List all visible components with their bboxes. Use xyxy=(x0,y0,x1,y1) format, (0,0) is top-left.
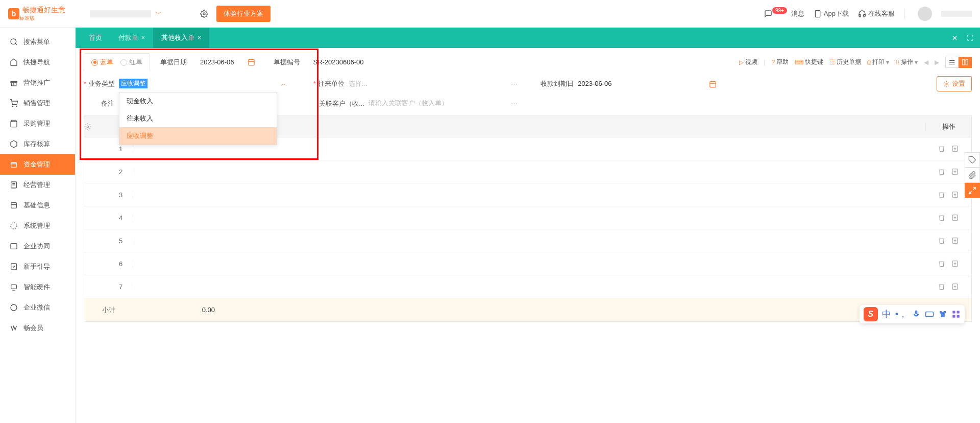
fullscreen-icon[interactable]: ⛶ xyxy=(965,33,975,43)
svg-rect-67 xyxy=(952,311,955,313)
dropdown-option-adjust[interactable]: 应收调整 xyxy=(119,127,277,145)
sidebar-item-member[interactable]: 畅会员 xyxy=(0,318,75,338)
table-row[interactable]: 3 xyxy=(84,183,971,206)
ime-mic-icon[interactable] xyxy=(912,310,921,319)
radio-red[interactable]: 红单 xyxy=(120,58,142,67)
sidebar: 搜索菜单 快捷导航 营销推广 销售管理 采购管理 库存核算 资金管理 经营管理 … xyxy=(0,28,76,423)
table-row[interactable]: 6 xyxy=(84,252,971,275)
toolbar-history[interactable]: ☰历史单据 xyxy=(829,58,861,66)
delete-icon[interactable] xyxy=(938,145,945,152)
attach-tool-icon[interactable] xyxy=(965,168,980,183)
right-tools xyxy=(965,152,980,198)
sidebar-item-system[interactable]: 系统管理 xyxy=(0,216,75,236)
toolbar-video[interactable]: ▷视频 xyxy=(739,58,757,66)
radio-blue[interactable]: 蓝单 xyxy=(91,58,113,67)
delete-icon[interactable] xyxy=(938,168,945,175)
sidebar-item-marketing[interactable]: 营销推广 xyxy=(0,73,75,93)
sidebar-item-funds[interactable]: 资金管理 xyxy=(0,154,75,175)
tab-other-income[interactable]: 其他收入单× xyxy=(153,28,209,48)
dropdown-option-ar[interactable]: 往来收入 xyxy=(119,110,277,127)
data-icon xyxy=(9,201,18,210)
delete-icon[interactable] xyxy=(938,191,945,198)
expand-tool-icon[interactable] xyxy=(965,183,980,198)
ime-keyboard-icon[interactable] xyxy=(925,310,934,319)
messages-link[interactable]: 99+ 消息 xyxy=(764,9,804,18)
tab-payment[interactable]: 付款单× xyxy=(110,28,153,48)
app-download-link[interactable]: App下载 xyxy=(814,9,849,18)
more-icon[interactable]: ⋯ xyxy=(511,100,518,107)
table-row[interactable]: 5 xyxy=(84,229,971,252)
delete-icon[interactable] xyxy=(938,260,945,267)
username[interactable] xyxy=(941,11,972,17)
tag-tool-icon[interactable] xyxy=(965,152,980,168)
view-card-button[interactable] xyxy=(959,57,972,68)
sidebar-item-wecom[interactable]: 企业微信 xyxy=(0,297,75,318)
dropdown-option-cash[interactable]: 现金收入 xyxy=(119,92,277,110)
add-icon[interactable] xyxy=(951,260,959,267)
doc-date-label: 单据日期 xyxy=(160,58,187,67)
toolbar-help[interactable]: ?帮助 xyxy=(771,58,789,66)
delete-icon[interactable] xyxy=(938,237,945,244)
toolbar-print[interactable]: ⎙打印▾ xyxy=(867,58,889,66)
ime-lang[interactable]: 中 xyxy=(882,308,891,320)
table-row[interactable]: 4 xyxy=(84,206,971,229)
ime-toolbar[interactable]: S 中 •， xyxy=(860,305,965,323)
close-icon[interactable]: × xyxy=(141,34,145,41)
svg-rect-31 xyxy=(963,59,965,65)
table-gear-icon[interactable] xyxy=(84,123,109,130)
doc-date-value[interactable]: 2023-06-06 xyxy=(200,58,234,66)
sidebar-item-purchase[interactable]: 采购管理 xyxy=(0,113,75,134)
more-icon[interactable]: ⋯ xyxy=(511,80,518,88)
search-icon xyxy=(9,37,18,46)
delete-icon[interactable] xyxy=(938,283,945,290)
table-row[interactable]: 7 xyxy=(84,275,971,298)
sidebar-item-hardware[interactable]: 智能硬件 xyxy=(0,277,75,297)
add-icon[interactable] xyxy=(951,191,959,198)
ime-punct-icon[interactable]: •， xyxy=(895,308,908,320)
view-list-button[interactable] xyxy=(945,57,959,68)
ime-skin-icon[interactable] xyxy=(938,310,947,319)
toolbar-shortcut[interactable]: ⌨快捷键 xyxy=(795,58,823,66)
sidebar-item-guide[interactable]: 新手引导 xyxy=(0,256,75,277)
biztype-dropdown-menu: 现金收入 往来收入 应收调整 xyxy=(119,92,277,145)
delete-icon[interactable] xyxy=(938,214,945,221)
sidebar-item-sales[interactable]: 销售管理 xyxy=(0,93,75,113)
next-icon[interactable]: ▶ xyxy=(935,59,939,66)
gear-icon[interactable] xyxy=(200,10,208,18)
sidebar-item-basic[interactable]: 基础信息 xyxy=(0,195,75,216)
add-icon[interactable] xyxy=(951,168,959,175)
add-icon[interactable] xyxy=(951,145,959,152)
table-row[interactable]: 2 xyxy=(84,160,971,183)
sidebar-item-operation[interactable]: 经营管理 xyxy=(0,175,75,195)
header-right: 99+ 消息 App下载 在线客服 xyxy=(764,7,972,21)
doc-no-value: SR-20230606-00 xyxy=(313,58,364,66)
sidebar-item-collab[interactable]: 企业协同 xyxy=(0,236,75,256)
online-service-link[interactable]: 在线客服 xyxy=(858,9,895,18)
calendar-icon[interactable] xyxy=(248,58,255,66)
relcust-input[interactable]: 请输入关联客户（收入单） xyxy=(369,97,511,110)
counterparty-label: *往来单位 xyxy=(313,79,345,88)
add-icon[interactable] xyxy=(951,237,959,244)
sidebar-item-quicknav[interactable]: 快捷导航 xyxy=(0,52,75,73)
counterparty-input[interactable]: 选择... xyxy=(349,77,492,91)
calendar-icon[interactable] xyxy=(709,80,717,88)
tab-home[interactable]: 首页 xyxy=(81,28,110,48)
sidebar-item-inventory[interactable]: 库存核算 xyxy=(0,134,75,154)
biztype-dropdown[interactable]: 应收调整 ︿ 现金收入 往来收入 应收调整 xyxy=(119,79,287,89)
company-selector[interactable]: ﹀ xyxy=(90,9,192,18)
toolbar-operate[interactable]: ⁞⁞操作▾ xyxy=(895,58,918,66)
sidebar-item-search[interactable]: 搜索菜单 xyxy=(0,32,75,52)
settings-button[interactable]: 设置 xyxy=(937,76,972,91)
prev-icon[interactable]: ◀ xyxy=(924,59,928,66)
play-icon: ▷ xyxy=(739,59,744,66)
close-icon[interactable]: × xyxy=(198,34,201,41)
chevron-down-icon: ▾ xyxy=(886,59,889,66)
duedate-value[interactable]: 2023-06-06 xyxy=(578,78,706,90)
close-all-icon[interactable]: ✕ xyxy=(949,33,960,43)
tabs-bar: 首页 付款单× 其他收入单× ✕ ⛶ xyxy=(76,28,980,48)
ime-menu-icon[interactable] xyxy=(951,310,961,319)
avatar[interactable] xyxy=(918,7,932,21)
trial-button[interactable]: 体验行业方案 xyxy=(216,6,271,22)
add-icon[interactable] xyxy=(951,214,959,221)
add-icon[interactable] xyxy=(951,283,959,290)
